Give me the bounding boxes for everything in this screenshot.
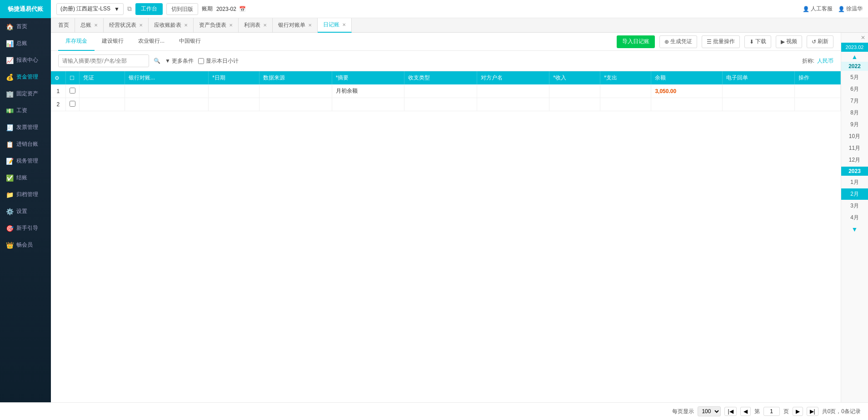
toolbar-buttons: 导入日记账 ⊕ 生成凭证 ☰ 批量操作 ⬇ 下载 ▶ <box>617 35 833 48</box>
download-button[interactable]: ⬇ 下载 <box>744 35 771 48</box>
page-number-input[interactable] <box>763 407 780 416</box>
company-selector[interactable]: (勿册) 江西超宝-LSS ▼ <box>56 3 124 15</box>
journal-table: ⚙ ☐ 凭证 银行对账... *日期 数据来源 *摘要 收支类型 对方户名 *收… <box>51 71 841 111</box>
date-panel-header-label: 2023.02 <box>841 43 868 52</box>
table-row: 1 月初余额 3,050.00 <box>51 84 841 98</box>
date-panel: ✕ 2023.02 ▲ 2022 5月 6月 7月 8月 9月 10月 11月 … <box>841 33 868 420</box>
sidebar-item-assets[interactable]: 🏢 固定资产 <box>0 85 51 102</box>
avatar-icon: 👤 <box>838 6 845 12</box>
sidebar-item-archive[interactable]: 📁 归档管理 <box>0 186 51 203</box>
month-2022-8[interactable]: 8月 <box>841 107 868 119</box>
sidebar-item-tax[interactable]: 📝 税务管理 <box>0 153 51 169</box>
service-label: 人工客服 <box>811 5 833 13</box>
sidebar-item-salary[interactable]: 💵 工资 <box>0 102 51 119</box>
tab-business-status[interactable]: 经营状况表 ✕ <box>104 18 149 33</box>
cell-counterpart <box>477 98 549 111</box>
first-page-button[interactable]: |◀ <box>724 407 736 416</box>
calendar-icon[interactable]: 📅 <box>239 6 246 12</box>
sidebar-item-label: 首页 <box>16 23 27 30</box>
tab-close-icon[interactable]: ✕ <box>184 23 188 28</box>
row-checkbox[interactable] <box>65 98 79 111</box>
sub-tab-abc[interactable]: 农业银行... <box>131 33 172 51</box>
date-down-arrow[interactable]: ▼ <box>841 224 868 234</box>
show-today-toggle[interactable]: 显示本日小计 <box>198 57 239 65</box>
month-2022-6[interactable]: 6月 <box>841 84 868 95</box>
tab-label: 银行对账单 <box>278 21 305 29</box>
video-button[interactable]: ▶ 视频 <box>776 35 802 48</box>
sub-tab-label: 建设银行 <box>102 37 124 45</box>
month-2023-4[interactable]: 4月 <box>841 212 868 223</box>
tab-ledger[interactable]: 总账 ✕ <box>75 18 104 33</box>
per-page-select[interactable]: 100 50 200 <box>698 406 721 416</box>
month-2022-5[interactable]: 5月 <box>841 72 868 83</box>
month-2023-2[interactable]: 2月 <box>841 188 868 200</box>
month-2023-1[interactable]: 1月 <box>841 177 868 188</box>
invoice-icon: 🧾 <box>5 124 14 131</box>
currency-selector: 折称: 人民币 <box>802 57 833 65</box>
search-input[interactable] <box>58 54 149 67</box>
month-2022-10[interactable]: 10月 <box>841 131 868 142</box>
generate-voucher-button[interactable]: ⊕ 生成凭证 <box>659 35 697 48</box>
row-checkbox[interactable] <box>65 84 79 98</box>
tab-ar-aging[interactable]: 应收账龄表 ✕ <box>149 18 194 33</box>
sidebar-item-settings[interactable]: ⚙️ 设置 <box>0 203 51 220</box>
tab-close-icon[interactable]: ✕ <box>94 23 98 28</box>
sub-tab-ccb[interactable]: 建设银行 <box>95 33 131 51</box>
sidebar-item-label: 税务管理 <box>16 157 38 165</box>
sub-tab-cash[interactable]: 库存现金 <box>58 33 95 51</box>
sidebar-item-finance[interactable]: 💰 资金管理 <box>0 69 51 85</box>
date-panel-close[interactable]: ✕ <box>841 33 868 43</box>
show-today-checkbox[interactable] <box>198 58 204 64</box>
col-expense: *支出 <box>600 71 651 84</box>
batch-op-button[interactable]: ☰ 批量操作 <box>702 35 740 48</box>
sidebar-item-home[interactable]: 🏠 首页 <box>0 18 51 35</box>
cell-expense <box>600 98 651 111</box>
last-page-button[interactable]: ▶| <box>807 407 818 416</box>
copy-icon[interactable]: ⧉ <box>127 5 132 13</box>
month-2023-3[interactable]: 3月 <box>841 200 868 212</box>
human-service[interactable]: 👤 人工客服 <box>803 5 833 13</box>
month-2022-7[interactable]: 7月 <box>841 95 868 107</box>
tab-home[interactable]: 首页 <box>53 18 75 33</box>
tab-journal[interactable]: 日记账 ✕ <box>318 18 352 33</box>
currency-value[interactable]: 人民币 <box>817 57 833 65</box>
sub-tab-boc[interactable]: 中国银行 <box>172 33 208 51</box>
col-counterpart: 对方户名 <box>477 71 549 84</box>
month-2022-9[interactable]: 9月 <box>841 119 868 130</box>
currency-label: 折称: <box>802 57 814 65</box>
col-settings[interactable]: ⚙ <box>51 71 65 84</box>
import-journal-button[interactable]: 导入日记账 <box>617 35 655 48</box>
tab-bank-statement[interactable]: 银行对账单 ✕ <box>273 18 318 33</box>
date-up-arrow[interactable]: ▲ <box>841 52 868 62</box>
workbench-button[interactable]: 工作台 <box>135 3 163 15</box>
sidebar-item-guide[interactable]: 🎯 新手引导 <box>0 220 51 237</box>
month-2022-11[interactable]: 11月 <box>841 143 868 154</box>
tab-label: 资产负债表 <box>199 21 226 29</box>
tab-income[interactable]: 利润表 ✕ <box>239 18 273 33</box>
sidebar-item-member[interactable]: 👑 畅会员 <box>0 237 51 253</box>
next-page-button[interactable]: ▶ <box>793 407 803 416</box>
prev-page-button[interactable]: ◀ <box>740 407 751 416</box>
month-2022-12[interactable]: 12月 <box>841 154 868 166</box>
col-checkbox[interactable]: ☐ <box>65 71 79 84</box>
old-version-button[interactable]: 切到旧版 <box>166 3 198 15</box>
username: 徐温华 <box>846 5 863 13</box>
tab-balance-sheet[interactable]: 资产负债表 ✕ <box>194 18 239 33</box>
refresh-button[interactable]: ↺ 刷新 <box>807 35 833 48</box>
tab-close-icon[interactable]: ✕ <box>263 23 267 28</box>
tab-close-icon[interactable]: ✕ <box>229 23 233 28</box>
sidebar-item-reports[interactable]: 📈 报表中心 <box>0 52 51 69</box>
sidebar-item-ledger[interactable]: 📊 总账 <box>0 35 51 52</box>
sidebar-item-invoice[interactable]: 🧾 发票管理 <box>0 119 51 136</box>
finance-icon: 💰 <box>5 74 14 81</box>
sidebar-item-close[interactable]: ✅ 结账 <box>0 169 51 186</box>
user-avatar[interactable]: 👤 徐温华 <box>838 5 863 13</box>
btn-label: 刷新 <box>818 38 828 45</box>
sidebar-item-sales[interactable]: 📋 进销台账 <box>0 136 51 153</box>
more-filter-button[interactable]: ▼ 更多条件 <box>165 57 194 65</box>
search-icon[interactable]: 🔍 <box>154 58 160 64</box>
tab-label: 经营状况表 <box>109 21 136 29</box>
tab-close-icon[interactable]: ✕ <box>342 22 346 27</box>
tab-close-icon[interactable]: ✕ <box>139 23 143 28</box>
tab-close-icon[interactable]: ✕ <box>308 23 312 28</box>
